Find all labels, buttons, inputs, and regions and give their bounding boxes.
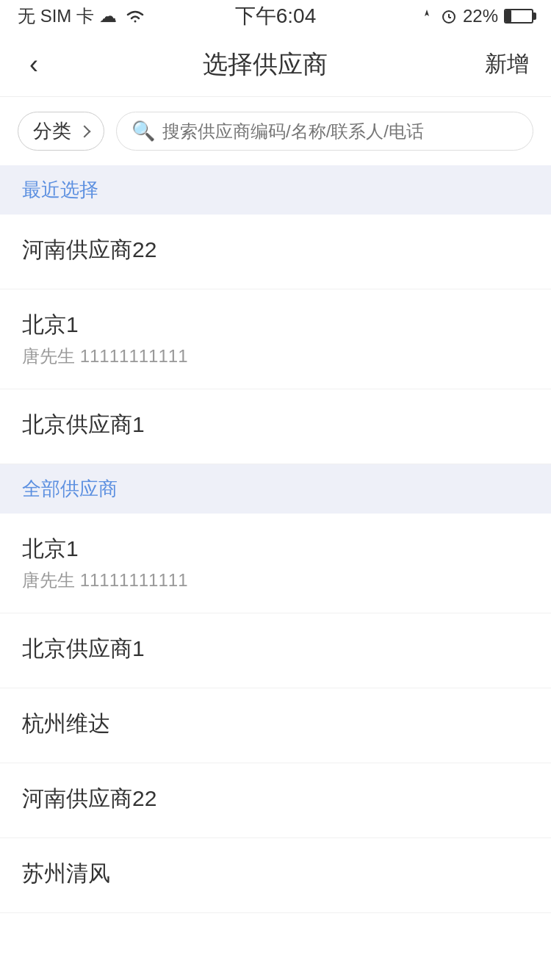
wifi-icon [124,8,146,24]
item-sub: 唐先生 11111111111 [22,345,529,368]
item-name: 北京供应商1 [22,410,529,440]
search-box: 🔍 [116,112,533,151]
list-item[interactable]: 北京1唐先生 11111111111 [0,514,551,613]
item-name: 杭州维达 [22,709,529,739]
status-left: 无 SIM 卡 ☁ [18,4,146,28]
nav-bar: ‹ 选择供应商 新增 [0,32,551,97]
list-item[interactable]: 河南供应商22 [0,763,551,838]
battery-percent: 22% [463,6,498,26]
back-button[interactable]: ‹ [22,42,46,87]
category-filter-button[interactable]: 分类 [18,112,104,151]
page-title: 选择供应商 [203,48,328,82]
list-item[interactable]: 北京供应商1 [0,389,551,464]
item-name: 北京1 [22,534,529,564]
all-section-header: 全部供应商 [0,464,551,514]
list-item[interactable]: 杭州维达 [0,688,551,763]
all-section-label: 全部供应商 [22,478,118,500]
status-right: 22% [419,6,533,26]
status-bar: 无 SIM 卡 ☁ 下午6:04 22% [0,0,551,32]
list-item[interactable]: 河南供应商22 [0,215,551,289]
battery-icon [504,9,533,24]
recent-list: 河南供应商22北京1唐先生 11111111111北京供应商1 [0,215,551,464]
add-supplier-button[interactable]: 新增 [485,49,529,79]
all-list: 北京1唐先生 11111111111北京供应商1杭州维达河南供应商22苏州清风 [0,514,551,913]
recent-section-label: 最近选择 [22,179,98,201]
list-item[interactable]: 北京1唐先生 11111111111 [0,289,551,389]
search-input[interactable] [162,121,518,142]
status-time: 下午6:04 [235,2,317,30]
item-sub: 唐先生 11111111111 [22,569,529,592]
search-icon: 🔍 [132,120,155,143]
item-name: 河南供应商22 [22,784,529,814]
category-label: 分类 [33,118,71,144]
item-name: 北京1 [22,310,529,340]
chevron-right-icon [79,125,91,137]
item-name: 北京供应商1 [22,634,529,664]
list-item[interactable]: 北京供应商1 [0,613,551,688]
item-name: 河南供应商22 [22,235,529,265]
alarm-icon [441,8,457,24]
no-sim-label: 无 SIM 卡 ☁ [18,4,117,28]
filter-bar: 分类 🔍 [0,97,551,165]
list-item[interactable]: 苏州清风 [0,838,551,913]
item-name: 苏州清风 [22,859,529,889]
location-icon [419,8,435,24]
recent-section-header: 最近选择 [0,165,551,215]
